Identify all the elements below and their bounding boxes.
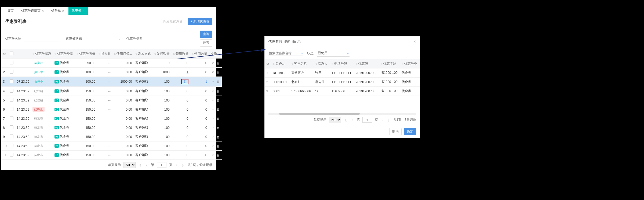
first-page-button[interactable]: ⟪ xyxy=(344,118,348,122)
last-page-button[interactable]: ⟫ xyxy=(181,163,185,167)
column-header[interactable]: ⇅优惠券类型 xyxy=(53,49,75,59)
cancel-button[interactable]: 取消 xyxy=(389,128,402,135)
table-row[interactable]: 7 14 23:59 待发布 代代金券 150.00 -- 0.00 客户领取 … xyxy=(1,114,222,123)
table-row[interactable]: 11 14 23:59 待发布 代代金券 150.00 -- 0.00 客户领取… xyxy=(1,151,222,160)
qrcode-icon[interactable]: ▦ xyxy=(216,126,219,130)
sort-icon[interactable]: ⇅ xyxy=(173,53,175,55)
per-page-select[interactable]: 50 xyxy=(123,162,136,168)
sort-icon[interactable]: ⇅ xyxy=(291,63,293,65)
column-header[interactable]: ⇅优惠主题 xyxy=(379,59,400,68)
page-input[interactable] xyxy=(362,117,372,123)
filter-type-select[interactable]: ⌄ xyxy=(144,36,182,41)
sort-icon[interactable]: ⇅ xyxy=(273,63,275,65)
qrcode-icon[interactable]: ▦ xyxy=(216,80,219,83)
table-row[interactable]: 5 14 23:59 已过期 代代金券 150.00 -- 0.00 客户领取 … xyxy=(1,96,222,105)
used-count-link[interactable]: 1 xyxy=(205,80,207,83)
next-page-button[interactable]: › xyxy=(175,163,178,167)
gear-icon[interactable]: ⚙ xyxy=(3,52,6,56)
row-checkbox[interactable] xyxy=(10,70,13,74)
modal-search-input[interactable] xyxy=(269,51,299,55)
page-input[interactable] xyxy=(157,162,166,168)
last-page-button[interactable]: ⟫ xyxy=(387,118,391,122)
table-row[interactable]: 9 14 23:59 待发布 代代金券 150.00 -- 0.00 客户领取 … xyxy=(1,132,222,141)
table-row[interactable]: 4 14 23:59 已过期 代代金券 150.00 -- 0.00 客户领取 … xyxy=(1,87,222,96)
search-icon[interactable]: ⌕ xyxy=(301,51,303,55)
column-header[interactable]: ⇅领用数量 xyxy=(171,49,190,59)
gear-icon[interactable]: ⚙ xyxy=(266,62,269,66)
sort-icon[interactable]: ⇅ xyxy=(154,53,156,55)
row-checkbox[interactable] xyxy=(10,107,13,111)
tab[interactable]: 销货单✕ xyxy=(48,7,67,15)
row-checkbox[interactable] xyxy=(10,98,13,102)
table-row[interactable]: 6 14 23:59 已终止 代代金券 150.00 -- 0.00 客户领取 … xyxy=(1,105,222,114)
qrcode-icon[interactable]: ▦ xyxy=(216,144,219,148)
next-page-button[interactable]: › xyxy=(381,118,384,122)
share-icon[interactable]: ↗ xyxy=(211,108,214,111)
table-row[interactable]: 2 00010001 北京1 唐先生 11111111111 201912007… xyxy=(265,78,420,87)
column-header[interactable]: ⇅联系人 xyxy=(314,59,330,68)
qrcode-icon[interactable]: ▦ xyxy=(216,135,219,139)
share-icon[interactable]: ↗ xyxy=(211,117,214,121)
claimed-count-link[interactable]: 3 xyxy=(181,79,188,84)
row-checkbox[interactable] xyxy=(10,116,13,120)
horizontal-scrollbar[interactable] xyxy=(268,113,416,115)
column-header[interactable]: ⇅优惠券类 xyxy=(400,59,420,68)
column-header[interactable]: ⇅使用数量 xyxy=(190,49,209,59)
row-checkbox[interactable] xyxy=(10,134,13,138)
close-icon[interactable]: ✕ xyxy=(413,40,416,43)
qrcode-icon[interactable]: ▦ xyxy=(216,117,219,121)
row-checkbox[interactable] xyxy=(10,125,13,129)
row-checkbox[interactable] xyxy=(10,144,13,147)
column-header[interactable]: ⇅发行数量 xyxy=(152,49,171,59)
row-checkbox[interactable] xyxy=(10,61,13,64)
table-row[interactable]: 1 待执行 代代金券 50.00 -- 0.00 客户领取 10 0 0 ↗ ▦ xyxy=(1,59,222,68)
column-header[interactable]: ⚙ xyxy=(1,49,8,59)
sort-icon[interactable]: ⇅ xyxy=(315,63,317,65)
table-row[interactable]: 2 执行中 代代金券 100.00 -- 0.00 客户领取 1000 1 0 … xyxy=(1,68,222,77)
column-header[interactable]: ⇅发放方式 xyxy=(134,49,152,59)
sort-icon[interactable]: ⇅ xyxy=(381,63,383,65)
close-icon[interactable]: ✕ xyxy=(42,9,44,12)
confirm-button[interactable]: 确定 xyxy=(404,128,416,135)
column-header[interactable]: ⇅客户... xyxy=(271,59,290,68)
column-header[interactable]: ⇅客户名称 xyxy=(290,59,314,68)
share-icon[interactable]: ↗ xyxy=(211,135,214,139)
table-row[interactable]: 3 07 23:59 执行中 代代金券 200.00 -- 1000.00 客户… xyxy=(1,77,222,87)
share-icon[interactable]: ↗ xyxy=(211,61,214,65)
share-icon[interactable]: ↗ xyxy=(211,80,214,83)
table-row[interactable]: 1 RETAIL... 零散客户 张三 11111111111 20191200… xyxy=(265,68,420,78)
qrcode-icon[interactable]: ▦ xyxy=(216,108,219,111)
share-icon[interactable]: ↗ xyxy=(211,70,214,74)
claimed-count-link[interactable]: 1 xyxy=(187,70,188,74)
modal-search[interactable]: ⌕ xyxy=(268,51,303,56)
per-page-select[interactable]: 50 xyxy=(329,117,341,123)
qrcode-icon[interactable]: ▦ xyxy=(216,99,219,102)
qrcode-icon[interactable]: ▦ xyxy=(216,70,219,74)
column-header[interactable] xyxy=(15,49,31,59)
sort-icon[interactable]: ⇅ xyxy=(332,63,334,65)
table-row[interactable]: 8 14 23:59 待发布 代代金券 150.00 -- 0.00 客户领取 … xyxy=(1,123,222,132)
qrcode-icon[interactable]: ▦ xyxy=(216,61,219,65)
first-page-button[interactable]: ⟪ xyxy=(138,163,142,167)
config-button[interactable]: 设置 xyxy=(200,39,212,47)
sort-icon[interactable]: ⇅ xyxy=(32,53,35,55)
sort-icon[interactable]: ⇅ xyxy=(356,63,358,65)
tab[interactable]: 优惠券✕ xyxy=(68,7,88,15)
close-icon[interactable]: ✕ xyxy=(62,9,64,12)
column-header[interactable]: ⚙ xyxy=(265,59,271,68)
row-checkbox[interactable] xyxy=(10,89,13,93)
sort-icon[interactable]: ⇅ xyxy=(114,53,116,55)
prev-page-button[interactable]: ‹ xyxy=(145,163,148,167)
column-header[interactable]: ⇅优惠券状态 xyxy=(31,49,53,59)
tab[interactable]: 优惠券详情页✕ xyxy=(18,7,47,15)
table-row[interactable]: 10 14 23:59 待发布 代代金券 150.00 -- 0.00 客户领取… xyxy=(1,141,222,151)
share-icon[interactable]: ↗ xyxy=(211,89,214,93)
sort-icon[interactable]: ⇅ xyxy=(402,63,404,65)
sort-icon[interactable]: ⇅ xyxy=(77,53,79,55)
column-header[interactable]: ⇅优惠券面值 xyxy=(75,49,97,59)
prev-page-button[interactable]: ‹ xyxy=(351,118,354,122)
sort-icon[interactable]: ⇅ xyxy=(54,53,57,55)
row-checkbox[interactable] xyxy=(10,79,13,83)
sort-icon[interactable]: ⇅ xyxy=(192,53,194,55)
query-button[interactable]: 查询 xyxy=(200,31,212,38)
